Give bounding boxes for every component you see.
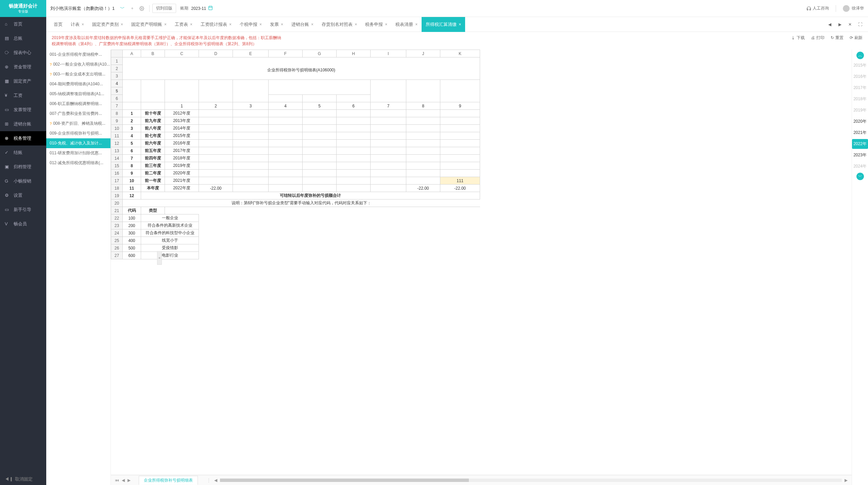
form-list-item[interactable]: 001-企业所得税年度纳税申... [46, 50, 110, 59]
tab-11[interactable]: 税表清册 × [391, 17, 422, 32]
table-row[interactable]: 158前三年度2019年度 [111, 162, 480, 170]
tab-5[interactable]: 工资统计报表 × [197, 17, 236, 32]
table-row[interactable]: 1710前一年度2021年度111 [111, 177, 480, 185]
form-list-item[interactable]: ?002-一般企业收入明细表(A10... [46, 59, 110, 69]
col-header[interactable]: E [233, 50, 269, 57]
close-icon[interactable]: × [259, 22, 262, 27]
sidebar-item-7[interactable]: ⊞进销台账 [0, 117, 46, 131]
close-icon[interactable]: × [229, 22, 232, 27]
year-option[interactable]: 2022年 [852, 139, 868, 149]
close-icon[interactable]: × [121, 22, 123, 27]
sidebar-item-13[interactable]: ▭新手引导 [0, 203, 46, 217]
form-list-item[interactable]: 009-企业所得税弥补亏损明... [46, 128, 110, 138]
sidebar-item-6[interactable]: ▭发票管理 [0, 103, 46, 117]
user-menu[interactable]: 徐泽华 [843, 5, 864, 12]
tab-10[interactable]: 税务申报 × [361, 17, 391, 32]
refresh-button[interactable]: ⟳ 刷新 [850, 35, 863, 41]
tab-4[interactable]: 工资表 × [171, 17, 197, 32]
year-option[interactable]: 2020年 [852, 117, 868, 126]
table-row[interactable]: 125前六年度2016年度 [111, 140, 480, 147]
sheet-first-icon[interactable]: ⏮ [114, 478, 120, 483]
tab-12[interactable]: 所得税汇算清缴 × [422, 17, 465, 32]
form-list-item[interactable]: 006-职工薪酬纳税调整明细... [46, 99, 110, 109]
hscroll-left-icon[interactable]: ◀ [213, 478, 219, 483]
gear-icon[interactable] [138, 5, 145, 12]
hscroll-right-icon[interactable]: ▶ [843, 478, 849, 483]
close-icon[interactable]: × [385, 22, 387, 27]
unpin-button[interactable]: ◀▎ 取消固定 [0, 473, 46, 485]
year-option[interactable]: 2019年 [852, 105, 868, 115]
close-icon[interactable]: × [311, 22, 313, 27]
table-row[interactable]: 147前四年度2018年度 [111, 155, 480, 162]
table-row[interactable]: 81前十年度2012年度 [111, 110, 480, 117]
year-option[interactable]: 2017年 [852, 83, 868, 93]
reset-button[interactable]: ↻ 重置 [831, 35, 844, 41]
sidebar-item-8[interactable]: ⊗税务管理 [0, 131, 46, 145]
col-header[interactable]: C [165, 50, 199, 57]
close-icon[interactable]: × [281, 22, 283, 27]
download-button[interactable]: ⭳ 下载 [791, 35, 805, 41]
form-list-item[interactable]: 004-期间费用明细表(A1040... [46, 79, 110, 89]
sidebar-item-12[interactable]: ⚙设置 [0, 188, 46, 203]
year-option[interactable]: 2018年 [852, 94, 868, 104]
sheet-next-icon[interactable]: ▶ [126, 478, 132, 483]
table-row[interactable]: 103前八年度2014年度 [111, 125, 480, 132]
sidebar-item-2[interactable]: ⧂报表中心 [0, 46, 46, 60]
year-option[interactable]: 2015年 [852, 60, 868, 70]
form-list-item[interactable]: ?008-资产折旧、摊销及纳税... [46, 119, 110, 128]
col-header[interactable]: B [141, 50, 165, 57]
account-dropdown-icon[interactable]: ﹀ [120, 5, 125, 12]
account-selector[interactable]: 刘小艳演示账套（勿删勿动！）1 [50, 5, 115, 12]
close-icon[interactable]: × [459, 22, 461, 27]
add-icon[interactable]: ＋ [129, 5, 136, 12]
table-row[interactable]: 1811本年度2022年度-22.00-22.00-22.00 [111, 185, 480, 192]
sidebar-item-5[interactable]: ¥工资 [0, 88, 46, 103]
spreadsheet[interactable]: ABCDEFGHIJK1企业所得税弥补亏损明细表(A106000)234行次项目… [111, 50, 852, 475]
sidebar-item-4[interactable]: ▦固定资产 [0, 74, 46, 88]
sidebar-item-14[interactable]: V畅会员 [0, 217, 46, 231]
col-header[interactable]: J [406, 50, 440, 57]
sidebar-item-1[interactable]: ▤总账 [0, 31, 46, 46]
col-header[interactable]: D [199, 50, 233, 57]
switch-old-button[interactable]: 切到旧版 [152, 4, 176, 13]
tab-9[interactable]: 存货别名对照表 × [318, 17, 361, 32]
tab-close-icon[interactable]: ✕ [846, 20, 854, 29]
table-row[interactable]: 92前九年度2013年度 [111, 117, 480, 125]
tab-6[interactable]: 个税申报 × [236, 17, 266, 32]
tab-8[interactable]: 进销台账 × [287, 17, 318, 32]
form-list-item[interactable]: 007-广告费和业务宣传费跨... [46, 109, 110, 119]
tab-0[interactable]: 首页 [50, 17, 67, 32]
sidebar-item-9[interactable]: ✓结账 [0, 145, 46, 160]
sidebar-item-3[interactable]: ⊕资金管理 [0, 60, 46, 74]
close-icon[interactable]: × [415, 22, 418, 27]
col-header[interactable]: A [123, 50, 141, 57]
expand-icon[interactable]: ⛶ [856, 20, 865, 29]
hscrollbar[interactable] [220, 479, 842, 482]
col-header[interactable]: I [371, 50, 406, 57]
form-list-item[interactable]: 012-减免所得税优惠明细表(... [46, 158, 110, 168]
year-option[interactable]: 2016年 [852, 72, 868, 82]
tab-2[interactable]: 固定资产类别 × [88, 17, 127, 32]
close-icon[interactable]: × [82, 22, 84, 27]
period-value[interactable]: 2023-11 [191, 6, 206, 11]
sidebar-item-0[interactable]: ⌂首页 [0, 17, 46, 31]
collapse-handle-icon[interactable]: « [157, 251, 162, 265]
form-list-item[interactable]: 005-纳税调整项目明细表(A1... [46, 89, 110, 99]
tab-7[interactable]: 发票 × [266, 17, 287, 32]
rail-up-icon[interactable]: ︿ [856, 52, 864, 59]
year-option[interactable]: 2021年 [852, 128, 868, 138]
col-header[interactable]: F [269, 50, 303, 57]
sheet-tab[interactable]: 企业所得税弥补亏损明细表 [139, 476, 198, 485]
col-header[interactable]: K [440, 50, 480, 57]
table-row[interactable]: 136前五年度2017年度 [111, 147, 480, 155]
calendar-icon[interactable] [208, 5, 213, 11]
consult-link[interactable]: 人工咨询 [806, 5, 829, 11]
table-row[interactable]: 114前七年度2015年度 [111, 132, 480, 140]
close-icon[interactable]: × [190, 22, 192, 27]
form-list-item[interactable]: ?003-一般企业成本支出明细... [46, 69, 110, 79]
close-icon[interactable]: × [355, 22, 357, 27]
tab-prev-icon[interactable]: ◀ [825, 20, 834, 29]
tab-next-icon[interactable]: ▶ [835, 20, 844, 29]
tab-1[interactable]: 计表 × [67, 17, 88, 32]
year-option[interactable]: 2023年 [852, 150, 868, 160]
